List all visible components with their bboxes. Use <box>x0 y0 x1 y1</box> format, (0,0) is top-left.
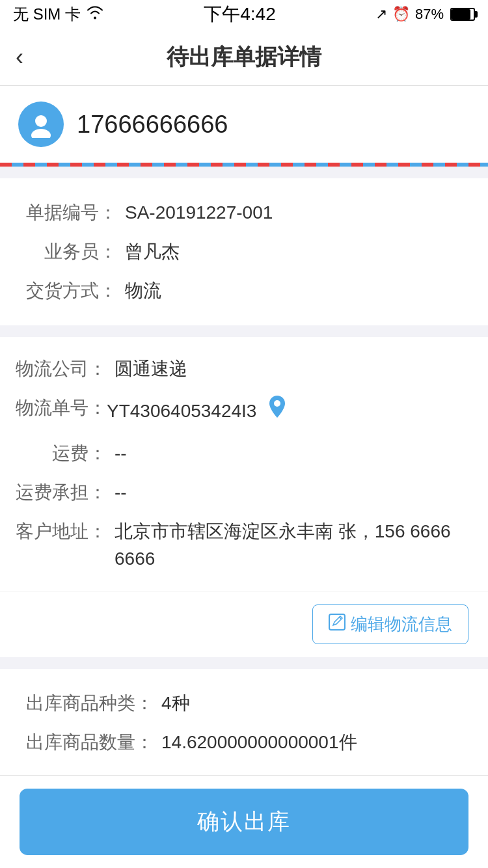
svg-point-1 <box>31 129 51 138</box>
sales-person-label: 业务员： <box>26 238 117 265</box>
avatar <box>18 102 64 147</box>
customer-phone: 17666666666 <box>77 111 228 139</box>
main-content: 17666666666 单据编号： SA-20191227-001 业务员： 曾… <box>0 86 488 868</box>
svg-rect-3 <box>329 614 345 630</box>
logistics-company-label: 物流公司： <box>16 355 107 383</box>
logistics-freight-label: 运费： <box>16 440 107 467</box>
outbound-section: 出库商品种类： 4种 出库商品数量： 14.620000000000001件 <box>0 669 488 777</box>
logistics-wrapper: 物流公司： 圆通速递 物流单号： YT43064053424I3 运费： <box>0 337 488 657</box>
tracking-row: YT43064053424I3 <box>107 394 288 428</box>
status-left: 无 SIM 卡 <box>13 4 104 25</box>
order-info-section: 单据编号： SA-20191227-001 业务员： 曾凡杰 交货方式： 物流 <box>0 178 488 325</box>
edit-logistics-button[interactable]: 编辑物流信息 <box>312 604 468 644</box>
svg-point-2 <box>274 400 280 407</box>
edit-btn-row: 编辑物流信息 <box>0 591 488 657</box>
alarm-icon: ⏰ <box>392 6 410 23</box>
confirm-btn-container: 确认出库 <box>0 775 488 868</box>
dashed-divider <box>0 163 488 167</box>
wifi-icon <box>86 5 104 23</box>
order-no-label: 单据编号： <box>26 199 117 226</box>
confirm-outbound-button[interactable]: 确认出库 <box>20 789 468 855</box>
logistics-address-label: 客户地址： <box>16 518 107 545</box>
delivery-method-row: 交货方式： 物流 <box>26 277 462 305</box>
tracking-number: YT43064053424I3 <box>107 398 256 425</box>
edit-icon <box>329 614 346 635</box>
time-label: 下午4:42 <box>204 2 276 27</box>
order-no-row: 单据编号： SA-20191227-001 <box>26 199 462 226</box>
order-no-value: SA-20191227-001 <box>125 199 462 226</box>
logistics-company-row: 物流公司： 圆通速递 <box>16 355 472 383</box>
logistics-address-value: 北京市市辖区海淀区永丰南 张，156 6666 6666 <box>115 518 472 573</box>
outbound-quantity-value: 14.620000000000001件 <box>161 729 462 756</box>
back-button[interactable]: ‹ <box>16 44 23 71</box>
logistics-freight-value: -- <box>115 440 472 467</box>
logistics-company-value: 圆通速递 <box>115 355 472 383</box>
battery-icon <box>450 8 475 21</box>
customer-header: 17666666666 <box>0 86 488 163</box>
logistics-freight-bearer-value: -- <box>115 479 472 506</box>
logistics-address-row: 客户地址： 北京市市辖区海淀区永丰南 张，156 6666 6666 <box>16 518 472 573</box>
outbound-quantity-row: 出库商品数量： 14.620000000000001件 <box>26 729 462 756</box>
status-right: ↗ ⏰ 87% <box>375 6 475 23</box>
battery-label: 87% <box>415 6 444 23</box>
svg-point-0 <box>35 115 47 127</box>
location-icon[interactable] <box>267 394 288 428</box>
location-arrow-icon: ↗ <box>375 6 387 23</box>
logistics-freight-bearer-label: 运费承担： <box>16 479 107 506</box>
logistics-tracking-label: 物流单号： <box>16 394 107 422</box>
logistics-tracking-row: 物流单号： YT43064053424I3 <box>16 394 472 428</box>
outbound-types-value: 4种 <box>161 690 462 717</box>
status-bar: 无 SIM 卡 下午4:42 ↗ ⏰ 87% <box>0 0 488 29</box>
sales-person-row: 业务员： 曾凡杰 <box>26 238 462 265</box>
carrier-label: 无 SIM 卡 <box>13 4 81 25</box>
edit-logistics-label: 编辑物流信息 <box>351 613 452 636</box>
logistics-freight-row: 运费： -- <box>16 440 472 467</box>
sales-person-value: 曾凡杰 <box>125 238 462 265</box>
logistics-card: 物流公司： 圆通速递 物流单号： YT43064053424I3 运费： <box>0 337 488 591</box>
logistics-freight-bearer-row: 运费承担： -- <box>16 479 472 506</box>
nav-bar: ‹ 待出库单据详情 <box>0 29 488 86</box>
outbound-quantity-label: 出库商品数量： <box>26 729 154 756</box>
outbound-types-row: 出库商品种类： 4种 <box>26 690 462 717</box>
page-title: 待出库单据详情 <box>167 42 321 72</box>
delivery-method-value: 物流 <box>125 277 462 305</box>
delivery-method-label: 交货方式： <box>26 277 117 305</box>
outbound-types-label: 出库商品种类： <box>26 690 154 717</box>
